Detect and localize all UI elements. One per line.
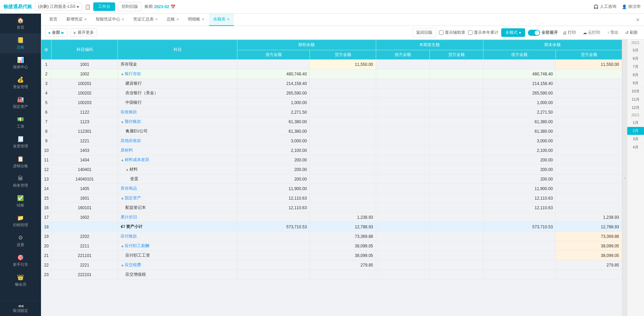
ob-credit <box>310 270 376 279</box>
sidebar-item-结账[interactable]: ✅结账 <box>0 191 41 211</box>
sidebar-item-发票管理[interactable]: 🧾发票管理 <box>0 132 41 152</box>
format-btn[interactable]: 全额式 ▾ <box>501 28 525 37</box>
calendar-icon[interactable]: 📅 <box>170 4 176 9</box>
user-profile[interactable]: 👤 徐洁华 <box>622 4 641 10</box>
account-link[interactable]: 固定资产 <box>125 196 141 200</box>
panel-month[interactable]: 9月 <box>627 79 644 87</box>
account-link[interactable]: 其他应收款 <box>121 138 141 143</box>
panel-month[interactable]: 3月 <box>627 135 644 143</box>
show-aux-input[interactable] <box>439 30 443 35</box>
row-code: 222101 <box>52 270 118 279</box>
panel-month[interactable]: 1月 <box>627 119 644 127</box>
sidebar-item-设置[interactable]: ⚙设置 <box>0 231 41 251</box>
tab-close-icon[interactable]: ✕ <box>202 17 204 21</box>
workbench-button[interactable]: 工作台 <box>93 2 115 11</box>
company-name: (勿删) 江西股圣-LSS <box>38 4 76 10</box>
switch-old-button[interactable]: 切到旧版 <box>118 2 142 11</box>
expand-tree-icon[interactable]: ▲ <box>121 196 124 200</box>
row-code: 2202 <box>52 232 118 241</box>
panel-month[interactable]: 8月 <box>627 71 644 79</box>
toggle-switch[interactable] <box>528 30 540 36</box>
panel-toggle[interactable]: › <box>622 40 627 316</box>
expand-more-btn[interactable]: ∨ 展开更多 <box>70 28 97 37</box>
expand-icon: ∨ <box>73 30 76 35</box>
cb-credit <box>556 117 622 127</box>
tab-智能凭证中心[interactable]: 智能凭证中心✕ <box>92 14 128 26</box>
panel-month[interactable]: 10月 <box>627 87 644 96</box>
sidebar-item-进销台账[interactable]: 📋进销台账 <box>0 152 41 172</box>
sidebar-item-报表中心[interactable]: 📊报表中心 <box>0 53 41 73</box>
tab-close-icon[interactable]: ✕ <box>84 17 87 21</box>
copy-icon[interactable]: 📋 <box>85 4 91 10</box>
service-btn[interactable]: 🎧 人工咨询 <box>593 4 616 10</box>
cur-credit <box>429 60 483 69</box>
tab-凭证汇总表[interactable]: 凭证汇总表✕ <box>129 14 162 26</box>
tab-明细账[interactable]: 明细账✕ <box>184 14 208 26</box>
export-btn[interactable]: ↑ 导出 <box>605 29 620 37</box>
tab-close-icon[interactable]: ✕ <box>227 17 230 21</box>
panel-month[interactable]: 11月 <box>627 96 644 104</box>
expand-all-toggle[interactable]: 全部展开 <box>528 30 558 36</box>
cloud-print-btn[interactable]: ☁ 云打印 <box>581 29 602 37</box>
sidebar-item-固定资产[interactable]: 🏭固定资产 <box>0 93 41 113</box>
sidebar-item-首页[interactable]: 🏠首页 <box>0 14 41 33</box>
sidebar-item-畅会员[interactable]: 👑畅会员 <box>0 271 41 290</box>
account-link[interactable]: 应付职工薪酬 <box>125 243 149 248</box>
tab-close-icon[interactable]: ✕ <box>122 17 124 21</box>
tab-close-icon[interactable]: ✕ <box>155 17 158 21</box>
sidebar-item-新手引导[interactable]: 🎯新手引导 <box>0 251 41 271</box>
sidebar-item-资金管理[interactable]: 💰资金管理 <box>0 73 41 93</box>
unpin-bottom[interactable]: ◀◀ 取消固定 <box>0 301 41 316</box>
account-link[interactable]: 应收账款 <box>121 110 137 114</box>
filter-dropdown[interactable]: ● 全部 ▶ <box>45 28 67 37</box>
expand-tree-icon[interactable]: ▲ <box>121 158 124 162</box>
return-old-btn[interactable]: 返回旧版 <box>412 28 436 37</box>
expand-tree-icon[interactable]: ▲ <box>121 120 124 124</box>
sidebar-item-税务管理[interactable]: 🏛税务管理 <box>0 172 41 191</box>
account-link[interactable]: 应交税费 <box>125 262 141 267</box>
account-link[interactable]: 预付账款 <box>125 119 141 124</box>
cur-debit <box>376 117 429 127</box>
panel-month[interactable]: 7月 <box>627 63 644 71</box>
account-link[interactable]: 库存商品 <box>121 186 137 191</box>
account-link[interactable]: 银行存款 <box>125 71 141 76</box>
tab-新增凭证[interactable]: 新增凭证✕ <box>62 14 91 26</box>
account-link[interactable]: 原材料 <box>121 148 133 153</box>
panel-month[interactable]: 4月 <box>627 143 644 152</box>
account-link[interactable]: 应付账款 <box>121 234 137 239</box>
expand-tree-icon[interactable]: ▲ <box>125 168 129 171</box>
print-btn[interactable]: 🖨 打印 <box>561 29 578 37</box>
tab-总账[interactable]: 总账✕ <box>163 14 183 26</box>
company-selector[interactable]: (勿删) 江西股圣-LSS ▾ <box>35 3 82 11</box>
account-link[interactable]: 材料成本差异 <box>125 157 149 162</box>
table-area[interactable]: ⚙ 科目编码 科目 期初余额 本期发生额 期末余额 借方金额 贷方金额 借方金额… <box>41 40 622 316</box>
show-ytd-checkbox[interactable]: 显示本年累计 <box>468 30 498 35</box>
refresh-btn[interactable]: ↺ 刷新 <box>623 29 640 37</box>
account-link[interactable]: 累计折旧 <box>121 215 137 219</box>
show-aux-checkbox[interactable]: 显示辅助算 <box>439 30 465 35</box>
cb-credit <box>556 193 622 203</box>
panel-month[interactable]: 12月 <box>627 104 644 112</box>
sidebar-item-总账[interactable]: 📒总账 <box>0 33 41 53</box>
panel-month[interactable]: 2月 <box>627 127 644 135</box>
expand-tree-icon[interactable]: ▲ <box>121 244 124 248</box>
tab-余额表[interactable]: 余额表✕ <box>209 14 234 26</box>
show-ytd-input[interactable] <box>468 30 472 35</box>
ob-credit <box>310 146 376 155</box>
panel-month[interactable]: 6月 <box>627 55 644 63</box>
cur-debit <box>376 270 429 279</box>
tab-close-icon[interactable]: ✕ <box>176 17 179 21</box>
toolbar: ● 全部 ▶ ∨ 展开更多 返回旧版 显示辅助算 显示本年累计 全额式 <box>41 26 644 40</box>
company-dropdown-icon: ▾ <box>77 4 79 9</box>
sidebar-label: 工资 <box>17 124 24 129</box>
sidebar-item-归档管理[interactable]: 📁归档管理 <box>0 211 41 231</box>
gear-header[interactable]: ⚙ <box>41 40 52 60</box>
expand-tree-icon[interactable]: ▲ <box>121 263 124 267</box>
expand-tree-icon[interactable]: ▲ <box>121 72 124 76</box>
tab-首页[interactable]: 首页 <box>45 14 61 26</box>
sidebar-item-工资[interactable]: 💵工资 <box>0 113 41 132</box>
row-seq: 23 <box>41 270 52 279</box>
panel-month[interactable]: 5月 <box>627 46 644 55</box>
close-all-icon[interactable]: ✕ <box>636 17 640 23</box>
cb-credit <box>556 203 622 213</box>
